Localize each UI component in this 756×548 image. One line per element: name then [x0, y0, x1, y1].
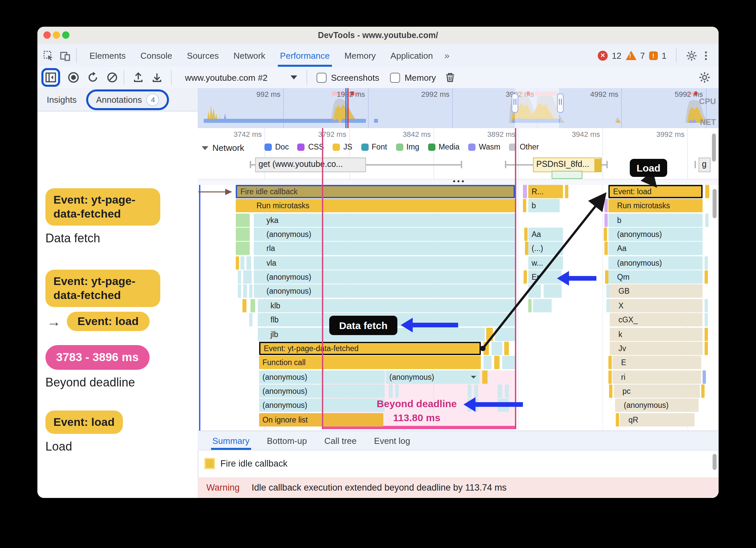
flame-bar-jv[interactable]: Jv: [610, 342, 703, 355]
annotation-pill[interactable]: 3783 - 3896 ms: [45, 345, 149, 370]
flame-bar--anonymous-[interactable]: (anonymous): [608, 228, 703, 241]
summary-scrollbar-thumb[interactable]: [713, 454, 717, 470]
device-toolbar-icon[interactable]: [59, 50, 71, 61]
flame-bar[interactable]: [705, 299, 708, 312]
flame-bar[interactable]: [604, 242, 608, 255]
flame-bar[interactable]: [502, 356, 515, 369]
tab-performance[interactable]: Performance: [273, 44, 337, 67]
warning-icon[interactable]: !: [625, 51, 636, 60]
record-icon[interactable]: [67, 71, 79, 83]
flame-bar--anonymous-[interactable]: (anonymous): [615, 399, 699, 412]
flame-bar[interactable]: [606, 299, 610, 312]
tab-elements[interactable]: Elements: [82, 44, 133, 67]
flame-bar[interactable]: [703, 370, 706, 383]
flame-bar[interactable]: [524, 228, 528, 241]
flame-bar[interactable]: [484, 342, 489, 355]
flame-bar-qr[interactable]: qR: [620, 413, 695, 426]
flame-bar[interactable]: [484, 356, 492, 369]
flame-bar[interactable]: [482, 370, 488, 383]
annotation-pill[interactable]: Event: load: [45, 410, 123, 434]
flame-bar--anonymous-[interactable]: (anonymous): [254, 270, 515, 284]
flame-bar[interactable]: [492, 342, 502, 355]
minimap-left-handle[interactable]: [512, 93, 518, 113]
settings-gear-icon[interactable]: [686, 50, 697, 61]
flame-bar[interactable]: [238, 285, 241, 298]
flame-bar-run-microtasks[interactable]: Run microtasks: [608, 199, 703, 213]
flame-bar[interactable]: [565, 185, 568, 198]
flame-bar-b[interactable]: b: [528, 199, 560, 213]
flame-bar[interactable]: [474, 384, 478, 398]
error-count[interactable]: 12: [612, 50, 621, 60]
warning-count[interactable]: 7: [640, 50, 645, 60]
annotation-entry[interactable]: Event: loadLoad: [45, 410, 189, 454]
flame-bar-aa[interactable]: Aa: [528, 228, 563, 241]
flame-bar--[interactable]: (...): [528, 242, 563, 255]
flame-bar[interactable]: [236, 242, 250, 255]
flame-bar[interactable]: [523, 199, 526, 213]
annotation-pill-linked[interactable]: Event: load: [67, 312, 149, 331]
flame-bar-pc[interactable]: pc: [614, 384, 700, 398]
flame-bar-event-yt-page-data-fetched[interactable]: Event: yt-page-data-fetched: [259, 342, 481, 355]
upload-profile-icon[interactable]: [132, 71, 144, 83]
reload-record-icon[interactable]: [87, 71, 99, 83]
tab-console[interactable]: Console: [133, 44, 179, 67]
flame-bar-b[interactable]: b: [608, 213, 703, 227]
flame-bar[interactable]: [505, 384, 509, 398]
more-tabs-icon[interactable]: »: [440, 50, 452, 61]
clear-icon[interactable]: [106, 71, 118, 83]
flame-scrollbar-thumb[interactable]: [713, 189, 717, 218]
annotation-entry[interactable]: Event: yt-page-data-fetched→Event: load: [45, 270, 189, 331]
collect-garbage-icon[interactable]: [444, 71, 456, 83]
flame-bar[interactable]: [701, 384, 705, 398]
flame-bar-rla[interactable]: rla: [254, 242, 515, 255]
flame-bar-vla[interactable]: vla: [254, 256, 515, 270]
flame-bar-cgx-[interactable]: cGX_: [610, 313, 703, 326]
annotation-entry[interactable]: 3783 - 3896 msBeyond deadline: [45, 345, 189, 390]
bottom-tab-bottom-up[interactable]: Bottom-up: [259, 431, 314, 450]
download-profile-icon[interactable]: [151, 71, 163, 83]
flame-bar[interactable]: [608, 356, 612, 369]
flame-bar--anonymous-[interactable]: (anonymous): [254, 285, 515, 298]
minimap-right-handle[interactable]: [557, 93, 564, 113]
issues-icon[interactable]: !: [649, 51, 658, 60]
flame-bar-qm[interactable]: Qm: [608, 270, 703, 284]
tab-application[interactable]: Application: [383, 44, 440, 67]
load-annotation-tag[interactable]: Load: [630, 159, 667, 177]
flame-bar[interactable]: [705, 342, 708, 355]
bottom-tab-call-tree[interactable]: Call tree: [317, 431, 364, 450]
screenshots-checkbox[interactable]: [316, 72, 326, 82]
network-track-header[interactable]: Network: [202, 143, 244, 153]
flame-bar[interactable]: [604, 213, 608, 227]
flame-bar-r-[interactable]: R...: [528, 185, 563, 198]
panel-settings-gear-icon[interactable]: [699, 71, 711, 83]
network-request-clipped[interactable]: g: [699, 158, 711, 172]
kebab-menu-icon[interactable]: [701, 50, 711, 61]
annotation-entry[interactable]: Event: yt-page-data-fetchedData fetch: [45, 188, 189, 246]
flame-bar[interactable]: [250, 299, 255, 312]
flame-bar-fire-idle-callback[interactable]: Fire idle callback: [236, 185, 515, 198]
flame-bar[interactable]: [498, 384, 502, 398]
flame-bar-w-[interactable]: w...: [528, 256, 563, 270]
flame-bar[interactable]: [528, 299, 532, 312]
network-request-script[interactable]: PSDnSI_8fd...: [533, 158, 602, 172]
network-request-img[interactable]: [552, 171, 582, 179]
tab-annotations[interactable]: Annotations 4: [86, 89, 169, 110]
bottom-tab-event-log[interactable]: Event log: [367, 431, 417, 450]
tab-memory[interactable]: Memory: [337, 44, 383, 67]
timeline-minimap[interactable]: 992 ms1992 ms2992 ms3992 ms4992 ms5992 m…: [198, 88, 719, 129]
flame-bar[interactable]: [705, 270, 708, 284]
flame-bar[interactable]: [236, 213, 250, 227]
flame-bar-yka[interactable]: yka: [254, 213, 515, 227]
flame-bar[interactable]: [494, 356, 500, 369]
network-request-main[interactable]: get (www.youtube.co...: [255, 158, 366, 172]
flame-bar[interactable]: [504, 342, 509, 355]
flame-bar[interactable]: [528, 285, 541, 298]
flame-bar[interactable]: [608, 370, 612, 383]
flame-bar-k[interactable]: k: [610, 327, 703, 341]
flame-bar[interactable]: [236, 228, 250, 241]
flame-bar[interactable]: [236, 256, 239, 270]
flame-bar[interactable]: [705, 213, 709, 227]
flame-bar[interactable]: [606, 285, 610, 298]
flame-bar-function-call[interactable]: Function call: [259, 356, 481, 369]
flame-bar[interactable]: [705, 327, 708, 341]
